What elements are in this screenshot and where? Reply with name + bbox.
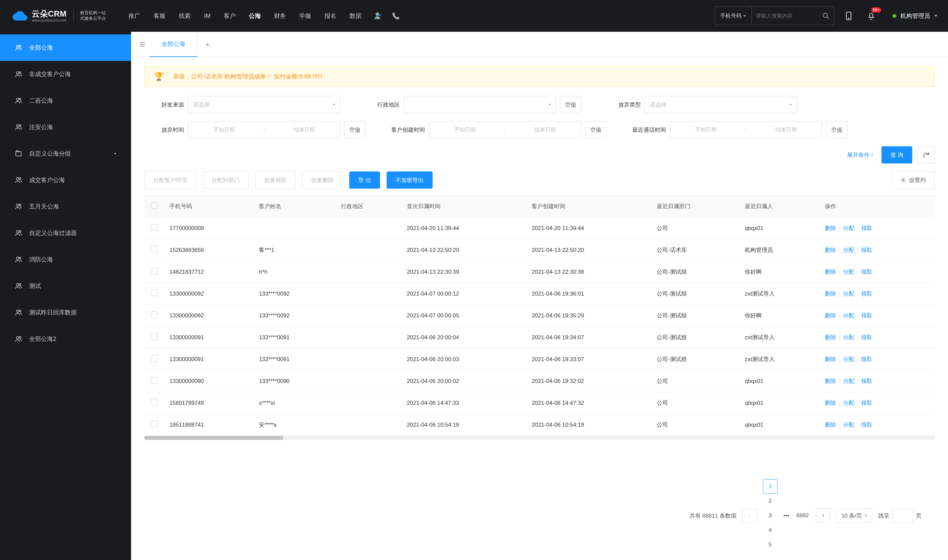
nav-item[interactable]: 公海 — [242, 0, 268, 32]
scrollbar-thumb[interactable] — [144, 436, 283, 440]
pager-ellipsis[interactable]: ••• — [783, 512, 789, 519]
row-delete-link[interactable]: 删除 — [825, 312, 836, 319]
sidebar-item[interactable]: 全部公海 — [0, 34, 131, 61]
row-assign-link[interactable]: 分配 — [843, 377, 854, 385]
row-claim-link[interactable]: 领取 — [861, 290, 872, 297]
sidebar-item[interactable]: 自定义公海过滤器 — [0, 220, 131, 246]
filter-daterange[interactable]: ~ — [429, 121, 581, 138]
date-end-input[interactable] — [268, 127, 340, 133]
filter-select[interactable] — [404, 96, 556, 113]
query-button[interactable]: 查 询 — [882, 146, 912, 163]
row-claim-link[interactable]: 领取 — [861, 225, 872, 232]
row-assign-link[interactable]: 分配 — [843, 421, 854, 429]
empty-value-button[interactable]: 空值 — [560, 96, 581, 113]
row-claim-link[interactable]: 领取 — [861, 334, 872, 341]
nav-item[interactable]: 客户 — [217, 0, 242, 32]
row-claim-link[interactable]: 领取 — [861, 246, 872, 254]
filter-select[interactable]: 请选择 — [188, 96, 340, 113]
export-button[interactable]: 导 出 — [349, 171, 380, 189]
search-icon[interactable] — [818, 7, 834, 25]
search-input[interactable] — [752, 7, 818, 25]
nav-item[interactable]: 数据 — [343, 0, 368, 32]
row-delete-link[interactable]: 删除 — [825, 225, 836, 232]
date-start-input[interactable] — [429, 127, 501, 133]
add-tab-button[interactable]: ＋ — [198, 39, 217, 49]
nav-item[interactable]: 学服 — [292, 0, 318, 32]
phone-icon[interactable] — [386, 0, 405, 32]
row-claim-link[interactable]: 领取 — [861, 312, 872, 319]
row-checkbox[interactable] — [151, 268, 157, 274]
nav-item[interactable]: 客服 — [147, 0, 172, 32]
pager-size-select[interactable]: 10 条/页 — [836, 508, 872, 523]
pager-last-page[interactable]: 6882 — [796, 508, 810, 523]
row-assign-link[interactable]: 分配 — [843, 334, 854, 341]
select-all-checkbox[interactable] — [151, 202, 157, 209]
row-assign-link[interactable]: 分配 — [843, 399, 854, 407]
sidebar-item[interactable]: 测试昨日回库数据 — [0, 299, 131, 326]
empty-value-button[interactable]: 空值 — [585, 121, 606, 138]
pager-jump-input[interactable] — [892, 508, 913, 523]
filter-select[interactable]: 请选择 — [645, 96, 797, 113]
sidebar-item[interactable]: 消防公海 — [0, 246, 131, 273]
nav-item[interactable]: 线索 — [172, 0, 197, 32]
row-checkbox[interactable] — [151, 311, 157, 318]
pager-page[interactable]: 5 — [763, 537, 777, 552]
empty-value-button[interactable]: 空值 — [344, 121, 365, 138]
row-checkbox[interactable] — [151, 224, 157, 231]
collapse-sidebar-icon[interactable] — [135, 37, 149, 52]
row-delete-link[interactable]: 删除 — [825, 377, 836, 385]
filter-daterange[interactable]: ~ — [670, 121, 822, 138]
device-icon[interactable] — [841, 8, 857, 24]
empty-value-button[interactable]: 空值 — [826, 121, 847, 138]
pager-prev[interactable] — [742, 508, 757, 523]
row-delete-link[interactable]: 删除 — [825, 421, 836, 429]
sidebar-item[interactable]: 全部公海2 — [0, 326, 131, 352]
nav-item[interactable]: 推广 — [122, 0, 147, 32]
row-assign-link[interactable]: 分配 — [843, 225, 854, 232]
tab[interactable]: 全部公海 — [149, 32, 198, 57]
sidebar-item[interactable]: 二咨公海 — [0, 88, 131, 114]
row-delete-link[interactable]: 删除 — [825, 290, 836, 297]
row-delete-link[interactable]: 删除 — [825, 334, 836, 341]
refresh-button[interactable] — [917, 146, 935, 163]
row-claim-link[interactable]: 领取 — [861, 421, 872, 429]
sidebar-item[interactable]: 非成交客户公海 — [0, 61, 131, 88]
row-checkbox[interactable] — [151, 333, 157, 340]
notification-icon[interactable]: 99+ — [863, 8, 879, 24]
row-assign-link[interactable]: 分配 — [843, 355, 854, 363]
date-start-input[interactable] — [188, 127, 260, 133]
row-checkbox[interactable] — [151, 355, 157, 362]
pager-page[interactable]: 1 — [763, 479, 777, 494]
assign-dept-button[interactable]: 分配到部门 — [203, 171, 249, 189]
row-delete-link[interactable]: 删除 — [825, 246, 836, 254]
row-delete-link[interactable]: 删除 — [825, 399, 836, 407]
filter-daterange[interactable]: ~ — [188, 121, 340, 138]
row-claim-link[interactable]: 领取 — [861, 268, 872, 276]
pager-page[interactable]: 2 — [763, 494, 777, 508]
sidebar-item[interactable]: 五月天公海 — [0, 193, 131, 220]
row-delete-link[interactable]: 删除 — [825, 355, 836, 363]
export-plain-button[interactable]: 不加密导出 — [386, 171, 432, 189]
search-type-select[interactable]: 手机号码 — [715, 7, 752, 25]
row-claim-link[interactable]: 领取 — [861, 399, 872, 407]
sidebar-item[interactable]: 注安公海 — [0, 114, 131, 140]
pager-page[interactable]: 4 — [763, 523, 777, 537]
nav-item[interactable]: 报名 — [318, 0, 343, 32]
row-checkbox[interactable] — [151, 377, 157, 384]
row-delete-link[interactable]: 删除 — [825, 268, 836, 276]
row-claim-link[interactable]: 领取 — [861, 355, 872, 363]
row-assign-link[interactable]: 分配 — [843, 268, 854, 276]
nav-item[interactable]: IM — [197, 0, 217, 32]
user-menu[interactable]: 机构管理员 — [893, 12, 937, 20]
add-user-icon[interactable] — [368, 0, 386, 32]
pager-next[interactable] — [816, 508, 831, 523]
row-checkbox[interactable] — [151, 399, 157, 405]
batch-delete-button[interactable]: 批量删除 — [302, 171, 343, 189]
row-claim-link[interactable]: 领取 — [861, 377, 872, 385]
sidebar-item[interactable]: 自定义公海分组 — [0, 140, 131, 167]
pager-page[interactable]: 3 — [763, 508, 777, 523]
sidebar-item[interactable]: 成交客户公海 — [0, 167, 131, 193]
row-checkbox[interactable] — [151, 289, 157, 296]
row-assign-link[interactable]: 分配 — [843, 290, 854, 297]
set-columns-button[interactable]: 设置列 — [891, 171, 935, 189]
